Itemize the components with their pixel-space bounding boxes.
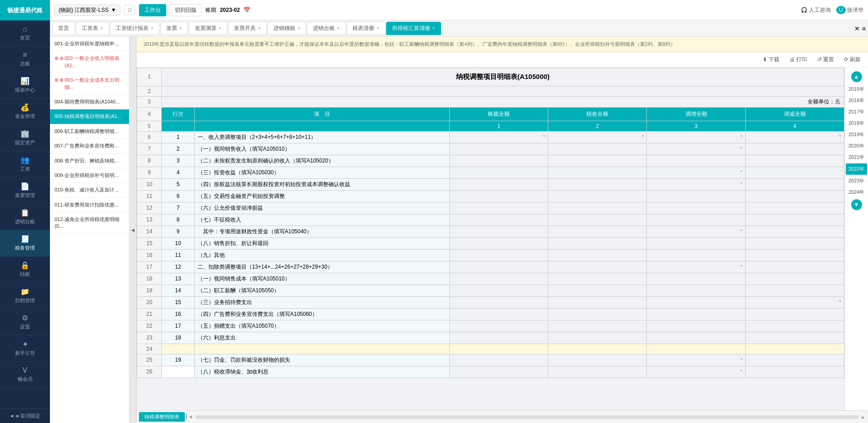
input-icon: 📋: [20, 208, 30, 217]
reset-button[interactable]: ↺ 重置: [814, 54, 837, 65]
tab-input-vat[interactable]: 进销稽核 ×: [268, 22, 306, 35]
tab-close-invoice-calc[interactable]: ×: [219, 26, 222, 31]
sidebar-item-home[interactable]: ⌂ 首页: [0, 20, 50, 46]
scroll-bar[interactable]: [195, 415, 858, 419]
tab-tax-clear[interactable]: 税表清册 ×: [347, 22, 385, 35]
tab-close-income-tax[interactable]: ×: [432, 26, 435, 31]
col-xiangmu-header: 项 目: [194, 107, 449, 121]
calendar-icon[interactable]: 📅: [243, 7, 250, 13]
list-item-012[interactable]: 012-减免企业所得税优惠明细(0...: [50, 212, 129, 234]
col-header-row: 4 行次 项 目 账载全额 税收全额 调增全额 调减全额: [137, 107, 844, 121]
table-title: 纳税调整项目明细表(A105000): [162, 68, 844, 86]
year-2022[interactable]: 2022年: [846, 163, 867, 175]
tab-payroll[interactable]: 工资表 ×: [76, 22, 109, 35]
sidebar-item-close[interactable]: 🔒 结账: [0, 256, 50, 283]
list-item-003[interactable]: ⊗ 003-一般企业成本支出明细...: [50, 73, 129, 95]
tab-close-input-ledger[interactable]: ×: [337, 26, 340, 31]
print-button[interactable]: 🖨 打印: [787, 54, 810, 65]
tab-payroll-stat[interactable]: 工资统计报表 ×: [110, 22, 159, 35]
sidebar-item-archive[interactable]: 📁 归档管理: [0, 283, 50, 309]
sidebar-item-invoice-mgr[interactable]: 📄 发票管理: [0, 177, 50, 204]
tab-close-input-vat[interactable]: ×: [298, 26, 300, 31]
year-2018[interactable]: 2018年: [845, 118, 868, 129]
table-row: 16 11 （九）其他: [137, 249, 844, 261]
sidebar-item-vip[interactable]: V 畅会员: [0, 362, 50, 388]
list-item-001[interactable]: 001-企业所得税年度纳税申...: [50, 37, 129, 51]
tab-close-payroll-stat[interactable]: ×: [151, 26, 154, 31]
tab-close-payroll[interactable]: ×: [100, 26, 103, 31]
download-button[interactable]: ⬇ 下载: [760, 54, 782, 65]
sidebar-item-settings[interactable]: ⚙ 设置: [0, 309, 50, 335]
company-selector[interactable]: (物副) 江西股室-LSS ▼: [55, 5, 120, 16]
menu-icon[interactable]: ≡: [862, 25, 866, 32]
tab-close-invoice[interactable]: ×: [179, 26, 182, 31]
sidebar-item-payroll[interactable]: 👥 工资: [0, 151, 50, 177]
sidebar-item-input[interactable]: 📋 进销台账: [0, 204, 50, 230]
sidebar-item-ledger[interactable]: ≡ 总账: [0, 46, 50, 72]
table-row: 17 12 二、扣除类调整项目（13+14+...24+26+27+28+29+…: [137, 261, 844, 273]
main-area: (物副) 江西股室-LSS ▼ □ 工作台 切到旧版 账期 2023-02 📅 …: [50, 0, 868, 423]
copy-button[interactable]: □: [124, 5, 135, 15]
refresh-icon: ⟳: [844, 56, 848, 63]
list-item-009[interactable]: 009-企业所得税弥补亏损明...: [50, 168, 129, 183]
sidebar-item-guide[interactable]: ✦ 新手引导: [0, 335, 50, 362]
tab-close-tax-clear[interactable]: ×: [377, 26, 379, 31]
list-item-011[interactable]: 011-研发费用加计扣除优惠...: [50, 198, 129, 212]
sub-header-row: 5 1 2 3 4: [137, 121, 844, 131]
tab-invoice-calc[interactable]: 发票测算 ×: [189, 22, 228, 35]
year-2017[interactable]: 2017年: [845, 106, 868, 118]
list-item-007[interactable]: 007-广告费和业务宣传费附...: [50, 139, 129, 153]
list-item-002[interactable]: ⊗ 002-一般企业收入明细表(A1...: [50, 51, 129, 73]
tab-home[interactable]: 首页: [52, 22, 75, 35]
year-2024[interactable]: 2024年: [845, 187, 868, 198]
form-toolbar: ⬇ 下载 🖨 打印 ↺ 重置 ⟳ 刷新: [137, 52, 868, 68]
tab-input-ledger[interactable]: 进销台账 ×: [307, 22, 346, 35]
tab-close-invoice-open[interactable]: ×: [258, 26, 261, 31]
year-2019[interactable]: 2019年: [845, 129, 868, 140]
switch-old-button[interactable]: 切到旧版: [170, 4, 202, 16]
sidebar-item-assets[interactable]: 💰 资金管理: [0, 98, 50, 125]
tabbar: 首页 工资表 × 工资统计报表 × 发票 × 发票测算 × 发票开具 × 进销稽…: [50, 20, 868, 37]
user-info[interactable]: U 徐泽华: [836, 6, 863, 14]
unpin-button[interactable]: ◄◄ 取消固定: [0, 408, 50, 423]
col-shuishou-header: 税收全额: [548, 107, 647, 121]
customer-service[interactable]: 🎧 人工咨询: [801, 6, 831, 14]
year-up-button[interactable]: ▲: [851, 71, 862, 82]
tab-invoice-open[interactable]: 发票开具 ×: [228, 22, 267, 35]
close-period-icon: 🔒: [20, 261, 30, 270]
table-row: 26 （八）税收滞纳金、加收利息 *: [137, 366, 844, 378]
year-down-button[interactable]: ▼: [851, 199, 862, 210]
list-item-010[interactable]: 010-免税、减计收入及加计...: [50, 183, 129, 197]
list-item-008[interactable]: 008-资产折旧、摊销及纳税...: [50, 154, 129, 168]
year-2015[interactable]: 2015年: [845, 84, 868, 95]
unit-row: 全额单位：元: [162, 96, 844, 107]
invoice-icon: 📄: [20, 182, 30, 191]
list-item-006[interactable]: 006-职工薪酬纳税调整明细...: [50, 124, 129, 139]
collapse-panel-button[interactable]: ◄: [129, 37, 137, 423]
scroll-hint-right: ►: [861, 414, 866, 420]
bottom-tab-bar: 纳税调整明细表 ┃◄ ►: [137, 410, 868, 423]
year-2021[interactable]: 2021年: [845, 152, 868, 163]
year-2023[interactable]: 2023年: [845, 175, 868, 187]
table-row: 20 15 （三）业务招待费支出 *: [137, 296, 844, 308]
alert-banner: 2019年度涉及取以前年度结转数据的申报表单元格需要手工维护正确，才能保证本年及…: [137, 37, 868, 52]
list-item-004[interactable]: 004-期间费用明细表(A1040...: [50, 95, 129, 109]
sidebar-item-tax[interactable]: 🧾 税务管理: [0, 230, 50, 256]
reset-icon: ↺: [817, 56, 822, 63]
refresh-button[interactable]: ⟳ 刷新: [841, 54, 863, 65]
workbench-button[interactable]: 工作台: [139, 4, 166, 16]
tab-invoice[interactable]: 发票 ×: [160, 22, 188, 35]
year-2020[interactable]: 2020年: [845, 140, 868, 152]
year-2016[interactable]: 2016年: [845, 95, 868, 106]
sidebar-item-fixed[interactable]: 🏢 固定资产: [0, 125, 50, 151]
bottom-tab-main[interactable]: 纳税调整明细表: [139, 412, 185, 422]
rn-4: 4: [137, 107, 162, 121]
sidebar-item-report[interactable]: 📊 报表中心: [0, 72, 50, 98]
list-item-005[interactable]: 005-纳税调整项目明细表(A1...: [50, 109, 129, 124]
tab-income-tax[interactable]: 所得税汇算清缴 ×: [386, 22, 441, 35]
user-avatar: U: [836, 6, 846, 14]
tax-icon: 🧾: [20, 235, 30, 243]
close-all-icon[interactable]: ✕: [854, 25, 860, 32]
table-row: 24: [137, 344, 844, 354]
home-icon: ⌂: [23, 25, 27, 33]
